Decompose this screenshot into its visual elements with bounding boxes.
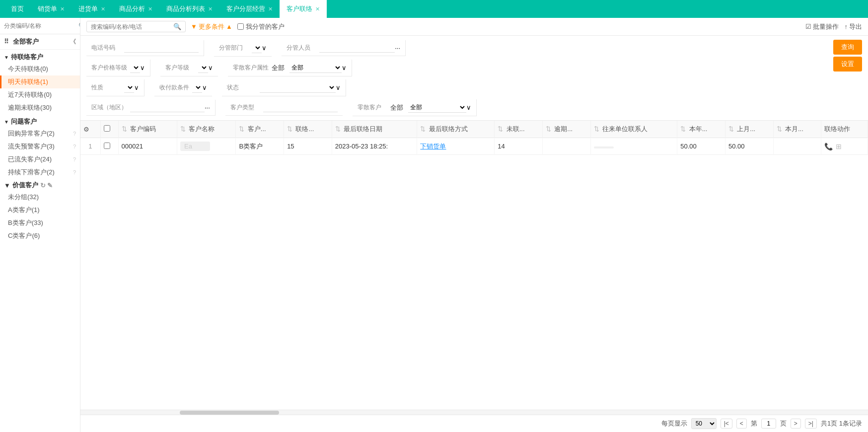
payment-terms-select[interactable]: [192, 82, 202, 93]
nav-purchase-order[interactable]: 进货单 ✕: [72, 0, 112, 18]
th-last-date-sort-icon: ⇅: [335, 125, 341, 133]
status-select[interactable]: [260, 82, 336, 93]
scrollbar-thumb[interactable]: [180, 411, 279, 415]
value-edit-icon[interactable]: ✎: [47, 182, 53, 189]
action-grid-icon[interactable]: ⊞: [836, 143, 842, 150]
nav-product-analysis[interactable]: 商品分析 ✕: [112, 0, 159, 18]
phone-input[interactable]: [124, 43, 199, 53]
row-this-year-value: 50.00: [680, 143, 697, 150]
value-refresh-icon[interactable]: ↻: [40, 182, 46, 189]
batch-operation-btn[interactable]: ☑ 批量操作: [805, 22, 839, 31]
last-page-btn[interactable]: >|: [805, 419, 817, 429]
row-overdue: [543, 138, 591, 155]
th-contact-person: ⇅ 往来单位联系人: [590, 121, 677, 138]
nav-customer-contact[interactable]: 客户联络 ✕: [280, 0, 327, 18]
nav-sales-order[interactable]: 销货单 ✕: [31, 0, 72, 18]
more-conditions-btn[interactable]: ▼ 更多条件 ▲: [191, 22, 232, 31]
sidebar-all-customers[interactable]: ⠿ 全部客户 《: [0, 34, 80, 50]
my-customers-label: 我分管的客户: [246, 22, 285, 31]
tomorrow-pending-label: 明天待联络(1): [8, 77, 48, 86]
chevron-up-icon: ▲: [226, 23, 232, 30]
nav-customer-tier-close[interactable]: ✕: [268, 6, 273, 12]
price-level-select[interactable]: [130, 63, 140, 73]
retail-customer-select[interactable]: 全部: [408, 102, 466, 113]
prev-page-btn[interactable]: <: [736, 419, 747, 429]
sidebar-item-class-a[interactable]: A类客户(1): [0, 204, 80, 216]
table-container: ⚙ ⇅ 客户编码 ⇅ 客户名称: [80, 121, 868, 410]
my-customers-checkbox-container[interactable]: 我分管的客户: [237, 22, 285, 31]
row-type: B类客户: [236, 138, 284, 155]
nav-product-analysis-list-close[interactable]: ✕: [208, 6, 213, 12]
sidebar-item-declining[interactable]: 持续下滑客户(2) ?: [0, 166, 80, 179]
th-uncontacted-sort-icon: ⇅: [498, 125, 503, 133]
sidebar-item-class-c[interactable]: C类客户(6): [0, 229, 80, 242]
nature-select[interactable]: [124, 82, 134, 93]
sidebar-item-repurchase-abnormal[interactable]: 回购异常客户(2) ?: [0, 127, 80, 140]
nav-purchase-order-close[interactable]: ✕: [101, 6, 105, 12]
search-icon[interactable]: 🔍: [173, 23, 181, 30]
query-button[interactable]: 查询: [833, 40, 862, 55]
checkbox-icon: ☑: [805, 23, 811, 30]
sidebar-group-value: ▼ 价值客户 ↻ ✎: [0, 179, 80, 191]
nav-sales-order-label: 销货单: [38, 4, 57, 13]
filter-row-1: 电话号码 分管部门 ∨: [86, 40, 825, 57]
per-page-select[interactable]: 50 100 200: [691, 418, 717, 429]
row-last-method-value[interactable]: 下销货单: [420, 143, 446, 150]
sidebar-item-ungrouped[interactable]: 未分组(32): [0, 191, 80, 204]
customer-level-select[interactable]: [198, 63, 208, 73]
th-name-label: 客户名称: [189, 125, 215, 133]
horizontal-scrollbar[interactable]: [80, 410, 868, 415]
retail-attr-select[interactable]: 全部: [289, 63, 342, 73]
filter-retail-attr: 零散客户属性 全部 全部 ∨: [228, 60, 352, 76]
division-dept-select[interactable]: [252, 43, 262, 53]
sidebar-item-overdue-pending[interactable]: 逾期未联络(30): [0, 101, 80, 114]
nav-customer-tier[interactable]: 客户分层经营 ✕: [219, 0, 280, 18]
sidebar-item-tomorrow-pending[interactable]: 明天待联络(1): [0, 75, 80, 88]
sidebar-item-churned[interactable]: 已流失客户(24) ?: [0, 153, 80, 166]
sidebar-search-input[interactable]: [4, 22, 78, 29]
row-checkbox[interactable]: [104, 143, 110, 149]
th-type-label: 客户...: [248, 125, 266, 133]
nav-product-analysis-close[interactable]: ✕: [148, 6, 152, 12]
row-last-contact-date: 2023-05-23 18:25:: [332, 138, 417, 155]
my-customers-checkbox[interactable]: [237, 23, 244, 30]
search-input[interactable]: [91, 23, 173, 30]
class-c-label: C类客户(6): [8, 231, 40, 240]
th-this-year-sort-icon: ⇅: [680, 125, 686, 133]
sidebar-item-churn-warning[interactable]: 流失预警客户(3) ?: [0, 140, 80, 153]
nav-customer-contact-close[interactable]: ✕: [315, 6, 320, 12]
search-box: 🔍: [86, 21, 186, 32]
filter-row-4: 区域（地区） ··· 客户类型: [86, 99, 825, 116]
filter-row-2: 客户价格等级 ∨ 客户等级 ∨: [86, 60, 825, 76]
row-number: 1: [88, 143, 92, 150]
row-last-month: 50.00: [725, 138, 773, 155]
pending-arrow-icon: ▼: [4, 55, 9, 60]
export-btn[interactable]: ↑ 导出: [845, 22, 863, 31]
action-phone-icon[interactable]: 📞: [824, 143, 833, 150]
nav-home[interactable]: 首页: [4, 0, 31, 18]
th-action-label: 联络动作: [824, 125, 850, 133]
row-this-year: 50.00: [677, 138, 725, 155]
region-input[interactable]: [130, 103, 205, 112]
settings-button[interactable]: 设置: [833, 57, 862, 72]
next-page-btn[interactable]: >: [791, 419, 801, 429]
filter-toolbar: 🔍 ▼ 更多条件 ▲ 我分管的客户 ☑ 批量操作 ↑ 导出: [80, 18, 868, 36]
customer-type-input[interactable]: [263, 103, 338, 112]
first-page-btn[interactable]: |<: [721, 419, 732, 429]
page-input[interactable]: [761, 419, 776, 429]
footer: 每页显示 50 100 200 |< < 第 页 > >| 共1页 1条记录: [80, 415, 868, 432]
sidebar: 🔍 ⠿ 全部客户 《 ▼ 待联络客户 今天待联络(0) 明天待联络(1) 近7天…: [0, 18, 80, 432]
nav-sales-order-close[interactable]: ✕: [60, 6, 65, 12]
nav-customer-tier-label: 客户分层经营: [226, 4, 265, 13]
select-all-checkbox[interactable]: [104, 125, 110, 132]
row-contact-person: [590, 138, 677, 155]
nav-product-analysis-list[interactable]: 商品分析列表 ✕: [159, 0, 219, 18]
sidebar-item-7day-pending[interactable]: 近7天待联络(0): [0, 88, 80, 101]
division-person-input[interactable]: [319, 43, 395, 53]
export-icon: ↑: [845, 23, 848, 30]
more-conditions-label: 更多条件: [199, 22, 224, 31]
settings-icon[interactable]: ⚙: [83, 126, 89, 133]
sidebar-item-class-b[interactable]: B类客户(33): [0, 216, 80, 229]
th-contact-person-label: 往来单位联系人: [602, 125, 648, 133]
sidebar-item-today-pending[interactable]: 今天待联络(0): [0, 63, 80, 75]
